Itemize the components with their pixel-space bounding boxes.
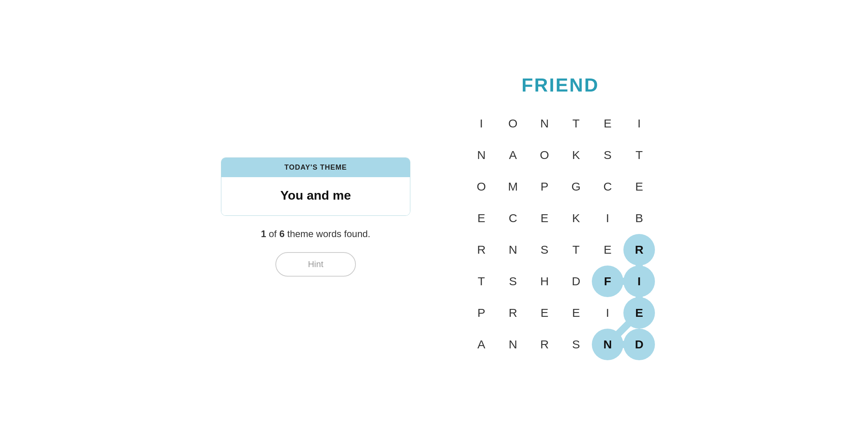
grid-cell[interactable]: E: [623, 297, 655, 329]
grid-cell[interactable]: E: [529, 202, 560, 234]
grid-cell[interactable]: A: [497, 139, 529, 171]
grid-cell[interactable]: T: [560, 108, 592, 139]
grid-cell[interactable]: D: [623, 329, 655, 360]
grid-cell[interactable]: E: [529, 297, 560, 329]
grid-cell[interactable]: O: [529, 139, 560, 171]
hint-button[interactable]: Hint: [275, 252, 355, 277]
grid-cell[interactable]: P: [529, 171, 560, 202]
grid-cell[interactable]: N: [592, 329, 623, 360]
grid-cell[interactable]: C: [497, 202, 529, 234]
grid-cell[interactable]: E: [560, 297, 592, 329]
found-of: of: [269, 228, 279, 239]
grid-cell[interactable]: I: [623, 108, 655, 139]
grid-cell[interactable]: N: [497, 234, 529, 266]
grid-cell[interactable]: C: [592, 171, 623, 202]
grid-cell[interactable]: D: [560, 266, 592, 297]
grid-cell[interactable]: G: [560, 171, 592, 202]
app-container: TODAY'S THEME You and me 1 of 6 theme wo…: [0, 0, 868, 434]
grid-cell[interactable]: N: [529, 108, 560, 139]
grid-cell[interactable]: A: [466, 329, 497, 360]
grid-cell[interactable]: F: [592, 266, 623, 297]
found-label: theme words found.: [287, 228, 370, 239]
found-total: 6: [279, 228, 284, 239]
grid-cell[interactable]: I: [592, 202, 623, 234]
grid-cell[interactable]: R: [623, 234, 655, 266]
grid-cell[interactable]: H: [529, 266, 560, 297]
grid-cell[interactable]: R: [497, 297, 529, 329]
left-panel: TODAY'S THEME You and me 1 of 6 theme wo…: [213, 157, 418, 277]
found-text: 1 of 6 theme words found.: [261, 228, 370, 239]
grid-cell[interactable]: E: [623, 171, 655, 202]
grid-cell[interactable]: K: [560, 202, 592, 234]
theme-card: TODAY'S THEME You and me: [221, 157, 410, 216]
grid-cell[interactable]: I: [466, 108, 497, 139]
word-title: FRIEND: [522, 74, 599, 96]
grid-wrapper: IONTEINAOKSTOMPGCEECEKIBRNSTERTSHDFIPREE…: [466, 108, 655, 360]
grid-cell[interactable]: O: [497, 108, 529, 139]
grid-cell[interactable]: E: [592, 108, 623, 139]
grid-cell[interactable]: E: [592, 234, 623, 266]
grid-cell[interactable]: N: [466, 139, 497, 171]
grid-cell[interactable]: S: [592, 139, 623, 171]
grid-cell[interactable]: I: [623, 266, 655, 297]
grid-cell[interactable]: S: [497, 266, 529, 297]
grid-cell[interactable]: T: [466, 266, 497, 297]
grid-cell[interactable]: O: [466, 171, 497, 202]
right-panel: FRIEND IONTEINAOKSTOMPGCEECEKIBRNSTERTSH…: [466, 74, 655, 360]
theme-card-header: TODAY'S THEME: [221, 158, 410, 177]
grid-cell[interactable]: R: [529, 329, 560, 360]
grid-cell[interactable]: M: [497, 171, 529, 202]
letter-grid[interactable]: IONTEINAOKSTOMPGCEECEKIBRNSTERTSHDFIPREE…: [466, 108, 655, 360]
grid-cell[interactable]: S: [560, 329, 592, 360]
grid-cell[interactable]: T: [623, 139, 655, 171]
found-count: 1: [261, 228, 266, 239]
grid-cell[interactable]: B: [623, 202, 655, 234]
grid-cell[interactable]: N: [497, 329, 529, 360]
grid-cell[interactable]: T: [560, 234, 592, 266]
grid-cell[interactable]: S: [529, 234, 560, 266]
grid-cell[interactable]: K: [560, 139, 592, 171]
grid-cell[interactable]: P: [466, 297, 497, 329]
theme-card-body: You and me: [221, 177, 410, 215]
grid-cell[interactable]: E: [466, 202, 497, 234]
grid-cell[interactable]: R: [466, 234, 497, 266]
grid-cell[interactable]: I: [592, 297, 623, 329]
